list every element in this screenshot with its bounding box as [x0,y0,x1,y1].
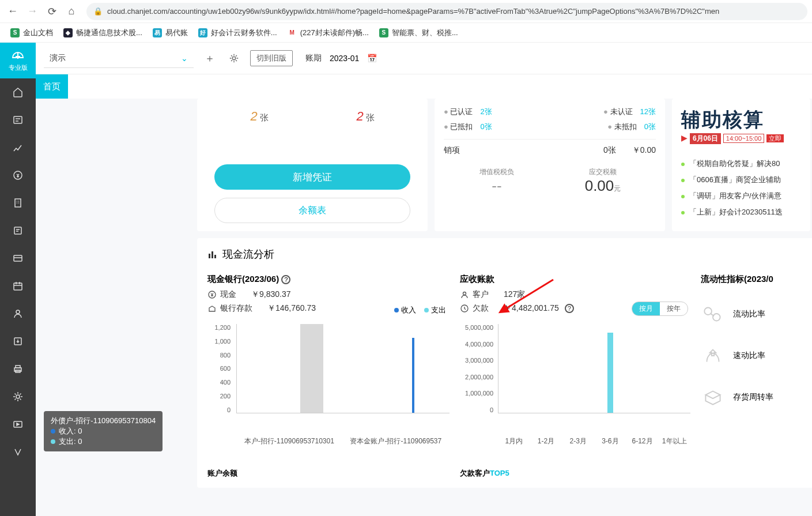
payable-value: 0.00元 [550,177,656,195]
toggle-month[interactable]: 按月 [632,302,660,315]
news-item[interactable]: 「0606直播」商贸企业辅助 [681,172,801,188]
voucher-count-2: 2张 [356,109,374,124]
svg-rect-4 [14,255,22,261]
svg-rect-5 [14,283,22,290]
browser-toolbar: ← → ⟳ ⌂ 🔒 cloud.chanjet.com/accounting/u… [0,0,812,23]
sidebar: 专业版 [0,43,36,516]
nav-people-icon[interactable] [0,300,36,327]
nav-voucher-icon[interactable] [0,106,36,134]
help-icon[interactable]: ? [281,275,290,284]
company-select[interactable]: 演示 ⌄ [44,48,194,68]
card-tax: ● 已认证 2张 ● 未认证 12张 ● 已抵扣 0张 ● 未抵扣 0张 销项 … [435,99,665,231]
back-button[interactable]: ← [5,3,21,20]
customer-count: 127家 [504,289,525,300]
bookmark-item[interactable]: 好好会计云财务软件... [198,28,277,38]
deducted-link[interactable]: 0张 [480,122,492,131]
news-item[interactable]: 「税期自助化答疑」解决80 [681,156,801,172]
company-name: 演示 [50,53,66,63]
panel-receivables: 应收账款 客户 127家 欠款 ￥4,482,001.75 ? [460,274,690,479]
certified-link[interactable]: 2张 [480,107,492,116]
balance-sheet-button[interactable]: 余额表 [214,198,410,223]
banner-title: 辅助核算 [681,107,801,133]
uncertified-link[interactable]: 12张 [640,107,656,116]
url-bar[interactable]: 🔒 cloud.chanjet.com/accounting/uw1eb00zy… [86,3,807,20]
refresh-button[interactable]: ⟳ [44,3,60,20]
forward-button[interactable]: → [24,3,40,20]
panel-b-title: 应收账款 [460,274,690,285]
panel-a-title: 现金银行(2023/06)? [207,274,450,285]
logo[interactable]: 专业版 [0,43,36,78]
nav-video-icon[interactable] [0,410,36,438]
chart-legend: 收入 支出 [388,305,446,315]
nav-chart-icon[interactable] [0,134,36,161]
calendar-icon[interactable]: 📅 [367,54,377,63]
switch-old-button[interactable]: 切到旧版 [250,50,293,66]
nav-money-icon[interactable] [0,161,36,189]
home-button[interactable]: ⌂ [63,3,80,20]
metric-current-ratio: 流动比率 [701,302,809,326]
chart-a-subtitle: 账户余额 [207,468,450,479]
panel-c-title: 流动性指标(2023/0 [701,274,809,285]
card-vouchers: 2张 2张 新增凭证 余额表 [197,99,428,231]
chevron-down-icon: ⌄ [181,54,188,63]
nav-doc-icon[interactable] [0,217,36,244]
voucher-count-1: 2张 [250,109,268,124]
bookmark-item[interactable]: ◆畅捷通信息技术股... [63,28,142,38]
nav-print-icon[interactable] [0,355,36,383]
chart-account-balance[interactable]: 1,2001,0008006004002000 本户-招行-11090695 [207,324,450,434]
tab-bar: 首页 [36,74,812,99]
svg-rect-16 [214,255,216,258]
period-toggle[interactable]: 按月 按年 [632,302,688,316]
bookmark-item[interactable]: M(227封未读邮件)畅... [288,28,369,38]
topbar: 演示 ⌄ ＋ 切到旧版 账期 2023-01 📅 [36,43,812,74]
banner-date: ▶ 6月06日 14:00~15:00 立即 [681,133,801,144]
output-label: 销项 [444,145,460,156]
nav-v-icon[interactable] [0,438,36,466]
bookmark-item[interactable]: 易易代账 [153,28,188,38]
svg-rect-9 [16,366,20,368]
svg-point-13 [232,57,235,59]
vat-burden-label: 增值税税负 [444,167,550,177]
svg-rect-0 [14,116,22,123]
chart-tooltip: 外债户-招行-110906953710804 收入: 0 支出: 0 [44,411,163,451]
vat-burden-value: -- [444,177,550,195]
customer-line: 客户 127家 [460,289,690,300]
chart-receivables[interactable]: 5,000,0004,000,0003,000,0002,000,0001,00… [460,324,690,434]
panel-liquidity: 流动性指标(2023/0 流动比率 速动比率 存货周 [701,274,809,479]
section-cashflow-header: 现金流分析 [207,247,809,261]
lock-icon: 🔒 [93,7,103,16]
toggle-year[interactable]: 按年 [660,302,688,315]
news-item[interactable]: 「调研」用友客户/伙伴满意 [681,188,801,204]
y-axis: 5,000,0004,000,0003,000,0002,000,0001,00… [460,324,493,413]
gear-icon[interactable] [226,50,242,66]
url-text: cloud.chanjet.com/accounting/uw1eb00zy96… [107,7,719,16]
nav-settings-icon[interactable] [0,383,36,410]
svg-point-11 [16,395,20,398]
metric-quick-ratio: 速动比率 [701,344,809,368]
period-value: 2023-01 [330,54,359,63]
nav-calendar-icon[interactable] [0,272,36,300]
news-item[interactable]: 「上新」好会计20230511迭 [681,204,801,220]
nav-building-icon[interactable] [0,189,36,217]
card-news: 辅助核算 ▶ 6月06日 14:00~15:00 立即 「税期自助化答疑」解决8… [672,99,810,231]
svg-rect-14 [209,254,210,258]
nav-download-icon[interactable] [0,327,36,355]
bookmark-item[interactable]: S金山文档 [10,28,53,38]
x-label: 资本金账户-招行-1109069537 [350,436,441,446]
nav-card-icon[interactable] [0,244,36,272]
cash-line: 现金 ￥9,830.37 [207,289,450,300]
new-voucher-button[interactable]: 新增凭证 [214,164,410,190]
undeducted-link[interactable]: 0张 [644,122,656,131]
help-icon[interactable]: ? [565,304,574,313]
nav-home-icon[interactable] [0,78,36,106]
bookmark-item[interactable]: S智能票、财、税推... [379,28,458,38]
payable-label: 应交税额 [550,167,656,177]
add-button[interactable]: ＋ [202,50,218,66]
x-label: 本户-招行-110906953710301 [244,436,334,446]
y-axis: 1,2001,0008006004002000 [207,324,231,413]
svg-point-21 [713,314,720,321]
period-label: 账期 [305,53,322,63]
svg-rect-15 [212,251,213,258]
tab-home[interactable]: 首页 [36,74,68,99]
svg-rect-2 [15,199,21,207]
